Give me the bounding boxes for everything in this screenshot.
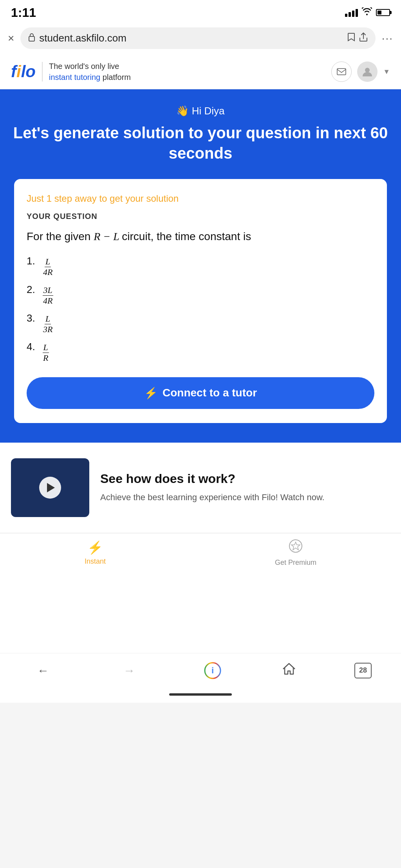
bolt-nav-icon: ⚡ [87, 540, 103, 555]
hero-title: Let's generate solution to your question… [11, 123, 390, 163]
question-label: YOUR QUESTION [27, 212, 374, 221]
connect-to-tutor-button[interactable]: ⚡ Connect to a tutor [27, 377, 374, 409]
lock-icon [28, 33, 35, 43]
browser-bottom-bar: ← → i 28 [0, 653, 401, 689]
how-content: See how does it work? Achieve the best l… [100, 472, 325, 504]
back-button[interactable]: ← [29, 661, 57, 680]
filo-divider [42, 62, 43, 81]
svg-marker-4 [291, 542, 300, 550]
google-info-button[interactable]: i [202, 660, 224, 682]
video-thumbnail[interactable] [11, 458, 89, 517]
question-card: Just 1 step away to get your solution YO… [14, 179, 387, 423]
more-options-icon[interactable]: ··· [382, 32, 393, 45]
list-item: 4. L R [27, 341, 374, 363]
filo-logo: filo [11, 62, 36, 81]
home-bar [169, 693, 232, 696]
filo-header: filo The world's only live instant tutor… [0, 54, 401, 89]
options-list: 1. L 4R 2. 3L 4R 3. L 3R [27, 255, 374, 363]
play-triangle-icon [47, 483, 55, 492]
user-avatar[interactable] [357, 61, 378, 82]
hero-section: 👋 Hi Diya Let's generate solution to you… [0, 89, 401, 443]
how-desc: Achieve the best learning experience wit… [100, 491, 325, 504]
list-item: 1. L 4R [27, 255, 374, 277]
home-button[interactable] [282, 663, 296, 678]
tabs-button[interactable]: 28 [354, 663, 372, 678]
browser-close-button[interactable]: × [8, 32, 14, 45]
svg-rect-1 [337, 69, 346, 75]
url-bar[interactable]: student.askfilo.com [20, 27, 375, 49]
nav-item-premium[interactable]: Get Premium [275, 539, 316, 567]
premium-nav-icon [289, 539, 303, 556]
browser-bar: × student.askfilo.com ··· [0, 24, 401, 54]
url-text: student.askfilo.com [39, 32, 343, 44]
hero-greeting: 👋 Hi Diya [11, 105, 390, 117]
battery-icon [376, 9, 390, 16]
header-actions: ▼ [331, 61, 390, 82]
nav-item-instant[interactable]: ⚡ Instant [85, 540, 106, 566]
list-item: 3. L 3R [27, 312, 374, 335]
wifi-icon [362, 7, 372, 18]
how-title: See how does it work? [100, 472, 325, 486]
status-time: 1:11 [11, 5, 36, 20]
dropdown-arrow-icon[interactable]: ▼ [383, 68, 390, 76]
bookmark-icon[interactable] [347, 33, 355, 44]
bottom-nav: ⚡ Instant Get Premium [0, 533, 401, 575]
how-it-works-section: See how does it work? Achieve the best l… [0, 443, 401, 533]
nav-label-instant: Instant [85, 557, 106, 566]
step-label: Just 1 step away to get your solution [27, 193, 374, 204]
question-text: For the given R − L circuit, the time co… [27, 228, 374, 246]
signal-bars-icon [345, 8, 358, 17]
status-icons [345, 7, 390, 18]
list-item: 2. 3L 4R [27, 284, 374, 306]
nav-label-premium: Get Premium [275, 559, 316, 567]
filo-tagline: The world's only live instant tutoring p… [49, 61, 131, 83]
forward-button[interactable]: → [116, 661, 143, 680]
svg-rect-0 [29, 36, 34, 41]
mail-button[interactable] [331, 61, 352, 82]
share-icon[interactable] [359, 33, 368, 44]
play-button[interactable] [39, 477, 61, 499]
home-indicator [0, 689, 401, 703]
svg-text:i: i [211, 665, 214, 675]
status-bar: 1:11 [0, 0, 401, 24]
svg-point-2 [365, 68, 370, 72]
spacer [0, 575, 401, 653]
bolt-icon: ⚡ [144, 387, 158, 400]
